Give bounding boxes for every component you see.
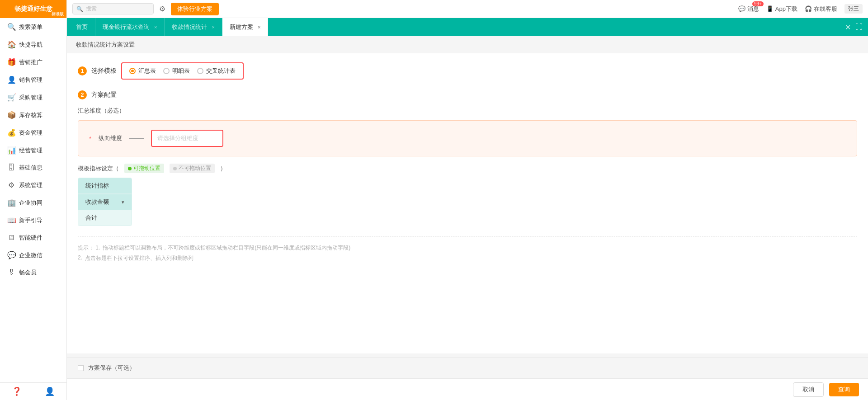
step2-num: 2 [78,90,87,99]
dimension-row: * 纵向维度 —— 请选择分组维度 [89,130,846,147]
tab-home[interactable]: 首页 [67,18,95,36]
radio-detail[interactable]: 明细表 [163,67,190,75]
sidebar-item-corp-collab[interactable]: 🏢 企业协同 [0,194,66,212]
step1-header: 1 选择模板 汇总表 明细表 交叉统计表 [78,62,857,80]
draggable-badge: 可拖动位置 [124,164,164,173]
service-icon: 🎧 [805,5,812,12]
download-item[interactable]: 📱 App下载 [766,5,797,13]
dimension-select[interactable]: 请选择分组维度 [151,130,223,147]
tab-label-bank: 现金银行流水查询 [103,23,150,31]
sidebar-icon-basic: 🗄 [7,164,15,172]
tab-close-new-plan[interactable]: × [258,24,260,30]
sidebar-icon-operations: 📊 [7,146,15,155]
tab-close-receipts[interactable]: × [212,24,214,30]
message-badge: 99+ [752,1,764,6]
sidebar-item-operations[interactable]: 📊 经营管理 [0,141,66,159]
sidebar-item-system[interactable]: ⚙ 系统管理 [0,176,66,194]
sidebar-label-smart-hw: 智能硬件 [19,234,42,242]
message-icon: 💬 [738,5,745,12]
sidebar-item-quick-nav[interactable]: 🏠 快捷导航 [0,36,66,53]
stats-table: 统计指标 收款金额 ▾ 合计 [78,178,132,226]
required-mark: * [89,135,91,142]
draggable-label: 可拖动位置 [133,165,160,172]
sidebar-item-corp-wechat[interactable]: 💬 企业微信 [0,246,66,264]
sidebar-item-member[interactable]: 🎖 畅会员 [0,264,66,281]
tab-receipts[interactable]: 收款情况统计× [165,18,222,36]
row-dimension-label: 纵向维度 [99,134,122,142]
stats-col-label: 收款金额 [85,198,109,206]
search-icon: 🔍 [76,6,83,12]
save-checkbox[interactable] [78,365,84,371]
user-info[interactable]: 张三 [844,4,863,14]
service-item[interactable]: 🎧 在线客服 [805,5,837,13]
logo-text: 畅捷通好生意 [14,5,52,13]
sidebar-icon-finance: 💰 [7,128,15,137]
stats-table-header: 统计指标 [78,178,132,194]
hint-text-1: 拖动标题栏可以调整布局，不可跨维度或指标区域拖动栏目字段(只能在同一维度或指标区… [103,244,350,252]
sidebar-bottom-user[interactable]: 👤 [45,386,55,396]
sidebar-item-guide[interactable]: 📖 新手引导 [0,212,66,229]
tab-close-bank[interactable]: × [154,24,157,30]
stats-row-label: 合计 [85,214,97,221]
topbar: 🔍 搜索 ⚙ 体验行业方案 💬 消息 99+ 📱 App下载 🎧 在线客服 张 [67,0,868,18]
stats-row-body: 合计 [78,210,132,226]
radio-label-summary: 汇总表 [138,67,156,75]
sidebar-item-stock[interactable]: 📦 库存核算 [0,106,66,124]
hint-section: 提示： 1. 拖动标题栏可以调整布局，不可跨维度或指标区域拖动栏目字段(只能在同… [78,236,857,262]
dimension-arrow: —— [129,134,144,142]
tab-bank[interactable]: 现金银行流水查询× [95,18,165,36]
sidebar-bottom-help[interactable]: ❓ [12,386,22,396]
query-button[interactable]: 查询 [829,383,859,396]
sidebar-label-sales: 销售管理 [19,76,42,84]
sidebar-icon-search-menu: 🔍 [7,23,15,31]
draggable-dot [128,167,132,170]
sidebar-item-smart-hw[interactable]: 🖥 智能硬件 [0,229,66,246]
sidebar-item-marketing[interactable]: 🎁 营销推广 [0,53,66,71]
tab-new-plan[interactable]: 新建方案× [222,18,268,36]
hint-text-2: 点击标题栏下拉可设置排序、插入列和删除列 [85,254,193,262]
topbar-search[interactable]: 🔍 搜索 [72,3,154,14]
sidebar-item-purchase[interactable]: 🛒 采购管理 [0,89,66,106]
main-area: 🔍 搜索 ⚙ 体验行业方案 💬 消息 99+ 📱 App下载 🎧 在线客服 张 [67,0,868,400]
dimension-section-label: 汇总维度（必选） [78,107,857,115]
sidebar-bottom: ❓ 👤 [0,382,66,400]
stats-header-inner: 统计指标 [85,182,124,190]
sidebar-label-finance: 资金管理 [19,129,42,137]
sidebar-label-quick-nav: 快捷导航 [19,41,42,49]
dimension-area: * 纵向维度 —— 请选择分组维度 [78,120,857,156]
radio-summary[interactable]: 汇总表 [129,67,156,75]
sidebar-icon-purchase: 🛒 [7,93,15,102]
content-area: 收款情况统计方案设置 1 选择模板 汇总表 明细表 [67,36,868,378]
radio-dot-detail [163,68,170,74]
sidebar-icon-system: ⚙ [7,181,15,189]
sidebar-item-sales[interactable]: 👤 销售管理 [0,71,66,89]
indicators-header: 模板指标设定（ 可拖动位置 不可拖动位置 ） [78,164,857,173]
close-window-icon[interactable]: ✕ [845,23,851,32]
sidebar-item-search-menu[interactable]: 🔍 搜索菜单 [0,18,66,36]
step1-section: 1 选择模板 汇总表 明细表 交叉统计表 [78,62,857,80]
sidebar-label-system: 系统管理 [19,181,42,189]
user-icon: 👤 [45,386,55,396]
logo-badge: 标准版 [52,11,64,17]
gear-icon[interactable]: ⚙ [159,5,165,13]
message-item[interactable]: 💬 消息 99+ [738,5,759,13]
tab-label-receipts: 收款情况统计 [172,23,207,31]
sidebar-icon-corp-collab: 🏢 [7,198,15,207]
topbar-right: 💬 消息 99+ 📱 App下载 🎧 在线客服 张三 [738,4,863,14]
step1-num: 1 [78,66,87,75]
maximize-icon[interactable]: ⛶ [855,23,863,31]
hint-line-1: 提示： 1. 拖动标题栏可以调整布局，不可跨维度或指标区域拖动栏目字段(只能在同… [78,244,857,252]
sidebar-icon-corp-wechat: 💬 [7,251,15,259]
trial-button[interactable]: 体验行业方案 [171,3,219,15]
sidebar-item-basic[interactable]: 🗄 基础信息 [0,159,66,176]
step1-title: 选择模板 [91,67,117,75]
action-bar: 取消 查询 [67,378,868,400]
radio-dot-cross [197,68,203,74]
sidebar-icon-smart-hw: 🖥 [7,234,15,242]
cancel-button[interactable]: 取消 [793,382,824,397]
stats-col-header: 收款金额 ▾ [78,194,132,210]
sidebar-item-finance[interactable]: 💰 资金管理 [0,124,66,141]
sidebar-icon-member: 🎖 [7,268,15,277]
radio-cross[interactable]: 交叉统计表 [197,67,236,75]
sidebar-label-stock: 库存核算 [19,111,42,119]
